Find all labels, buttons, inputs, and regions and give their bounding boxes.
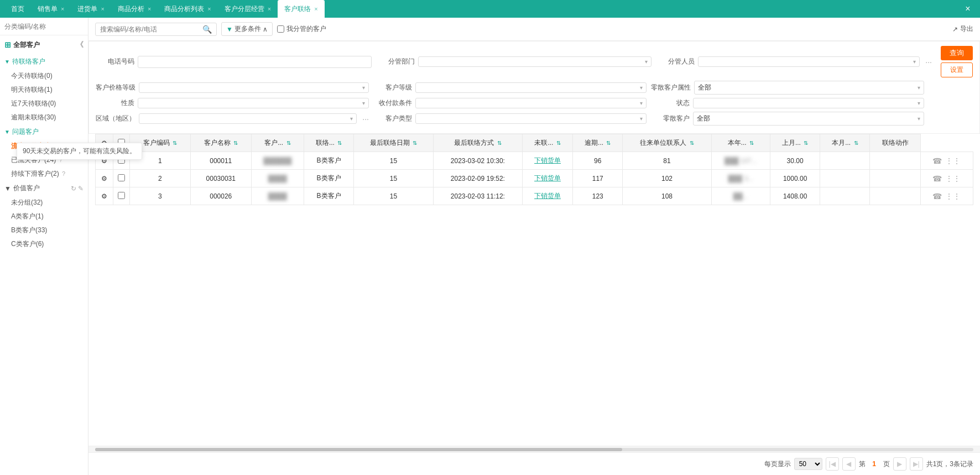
export-button[interactable]: ↗ 导出 <box>952 24 973 34</box>
nav-item-purchase[interactable]: 进货单 × <box>71 0 111 18</box>
row-type: B类客户 <box>304 187 354 205</box>
sidebar-item-class-c[interactable]: C类客户(6) <box>0 237 88 251</box>
query-button[interactable]: 查询 <box>941 46 973 60</box>
action-more-icon[interactable]: ⋮⋮ <box>945 174 961 183</box>
row-last-method[interactable]: 下销货单 <box>523 187 573 205</box>
sidebar-item-ungrouped[interactable]: 未分组(32) <box>0 196 88 210</box>
row-last-method[interactable]: 下销货单 <box>523 152 573 170</box>
row-last-method[interactable]: 下销货单 <box>523 170 573 187</box>
my-customers-checkbox[interactable]: 我分管的客户 <box>277 24 326 34</box>
first-page-button[interactable]: |◀ <box>826 457 839 471</box>
filter-row-2: 客户价格等级 ▾ 客户等级 ▾ 零散客户属性 全部 <box>96 81 973 95</box>
nav-item-home[interactable]: 首页 <box>4 0 31 18</box>
filter-select-payment[interactable]: ▾ <box>415 98 647 108</box>
filter-input-phone[interactable] <box>138 56 372 68</box>
sort-icon: ⇅ <box>854 140 858 146</box>
row-no-contact: 96 <box>573 152 623 170</box>
table-header-last-month[interactable]: 上月... ⇅ <box>770 134 820 152</box>
search-button[interactable]: 🔍 <box>202 25 212 34</box>
sidebar-item-class-b[interactable]: B类客户(33) <box>0 223 88 237</box>
table-header-overdue[interactable]: 逾期... ⇅ <box>573 134 623 152</box>
close-icon[interactable]: × <box>314 6 317 12</box>
more-options-icon[interactable]: ··· <box>925 58 932 66</box>
settings-button[interactable]: 设置 <box>941 62 973 77</box>
filter-select-cust-type[interactable]: ▾ <box>415 113 647 124</box>
window-close-button[interactable]: × <box>960 1 976 17</box>
sidebar-item-7days[interactable]: 近7天待联络(0) <box>0 97 88 111</box>
table-header-type[interactable]: 客户... ⇅ <box>251 134 304 152</box>
action-contact-icon[interactable]: ☎ <box>932 192 942 201</box>
close-icon[interactable]: × <box>61 6 64 12</box>
sidebar-item-today[interactable]: 今天待联络(0) <box>0 69 88 83</box>
sidebar-search-input[interactable] <box>4 23 87 30</box>
collapse-icon[interactable]: 《 <box>76 40 84 50</box>
filter-select-retail-cust[interactable]: 全部 ▾ <box>693 112 924 126</box>
action-more-icon[interactable]: ⋮⋮ <box>945 156 961 165</box>
row-select-checkbox[interactable] <box>118 192 125 199</box>
tooltip-box: 90天未交易的客户，可能有流失风险。 <box>17 143 142 160</box>
action-more-icon[interactable]: ⋮⋮ <box>945 192 961 201</box>
table-header-this-year[interactable]: 本年... ⇅ <box>711 134 770 152</box>
row-gear[interactable]: ⚙ <box>96 170 113 187</box>
row-type: B类客户 <box>304 152 354 170</box>
row-name: ████ <box>251 170 304 187</box>
sidebar-item-tomorrow[interactable]: 明天待联络(1) <box>0 83 88 97</box>
my-customers-check-input[interactable] <box>277 25 284 33</box>
sidebar-group-value[interactable]: ▼ 价值客户 ↻ ✎ <box>0 181 88 196</box>
search-input[interactable] <box>100 25 202 33</box>
close-icon[interactable]: × <box>148 6 151 12</box>
sidebar-group-pending[interactable]: ▼ 待联络客户 <box>0 54 88 69</box>
sidebar-group-problem[interactable]: ▼ 问题客户 <box>0 124 88 139</box>
table-header-contact-num[interactable]: 联络... ⇅ <box>304 134 354 152</box>
sidebar-item-overdue-contact[interactable]: 逾期未联络(30) <box>0 111 88 124</box>
next-page-button[interactable]: ▶ <box>893 457 906 471</box>
scrollbar-track[interactable] <box>95 448 973 451</box>
filter-select-region[interactable]: ▾ <box>139 113 357 124</box>
prev-page-button[interactable]: ◀ <box>842 457 856 471</box>
table-header-contact2[interactable]: 往来单位联系人 ⇅ <box>623 134 711 152</box>
sidebar-item-declining[interactable]: 持续下滑客户(2) ? <box>0 167 88 181</box>
filter-select-cust-level[interactable]: ▾ <box>415 82 647 93</box>
filter-label-retail-cust: 零散客户 <box>651 114 690 123</box>
filter-select-dept[interactable]: ▾ <box>418 56 652 67</box>
more-conditions-button[interactable]: ▼ 更多条件 ∧ <box>221 22 273 36</box>
filter-label-phone: 电话号码 <box>96 57 134 66</box>
table-header-last-method[interactable]: 最后联络方式 ⇅ <box>433 134 522 152</box>
edit-icons[interactable]: ↻ ✎ <box>71 185 84 192</box>
nav-item-analysis-list[interactable]: 商品分析列表 × <box>158 0 217 18</box>
filter-select-status[interactable]: ▾ <box>693 98 924 108</box>
table-header-name[interactable]: 客户名称 ⇅ <box>190 134 251 152</box>
row-checkbox[interactable] <box>113 170 130 187</box>
filter-select-price-level[interactable]: ▾ <box>139 82 369 93</box>
nav-item-customer-contact[interactable]: 客户联络 × <box>278 0 324 18</box>
last-page-button[interactable]: ▶| <box>910 457 923 471</box>
sidebar-all-customers[interactable]: ⊞ 全部客户 《 <box>0 35 88 54</box>
table-header-last-date[interactable]: 最后联络日期 ⇅ <box>354 134 433 152</box>
scrollbar-thumb[interactable] <box>95 448 622 451</box>
row-overdue: 102 <box>623 170 711 187</box>
table-row: ⚙ 3 000026 ████ B类客户 15 2023-02-03 11:12… <box>96 187 973 205</box>
action-contact-icon[interactable]: ☎ <box>932 156 942 165</box>
filter-select-retail-attr[interactable]: 全部 ▾ <box>694 81 924 95</box>
nav-item-analysis[interactable]: 商品分析 × <box>111 0 158 18</box>
table-header-this-month[interactable]: 本月... ⇅ <box>820 134 870 152</box>
close-icon[interactable]: × <box>268 6 271 12</box>
filter-label-dept: 分管部门 <box>376 57 415 66</box>
row-gear[interactable]: ⚙ <box>96 187 113 205</box>
close-icon[interactable]: × <box>101 6 104 12</box>
chevron-down-icon: ▾ <box>918 100 920 106</box>
nav-item-sales[interactable]: 销售单 × <box>31 0 71 18</box>
filter-select-nature[interactable]: ▾ <box>138 98 369 108</box>
horizontal-scrollbar[interactable] <box>88 446 980 452</box>
row-checkbox[interactable] <box>113 187 130 205</box>
action-contact-icon[interactable]: ☎ <box>932 174 942 183</box>
nav-item-customer-layer[interactable]: 客户分层经营 × <box>218 0 278 18</box>
row-select-checkbox[interactable] <box>118 174 125 181</box>
close-icon[interactable]: × <box>207 6 211 12</box>
per-page-select[interactable]: 50 20 100 <box>794 458 822 470</box>
filter-select-manager[interactable]: ▾ <box>698 56 920 67</box>
row-overdue: 81 <box>623 152 711 170</box>
table-header-no-contact[interactable]: 未联... ⇅ <box>523 134 573 152</box>
sidebar-item-class-a[interactable]: A类客户(1) <box>0 210 88 223</box>
more-options-icon[interactable]: ··· <box>362 114 369 123</box>
